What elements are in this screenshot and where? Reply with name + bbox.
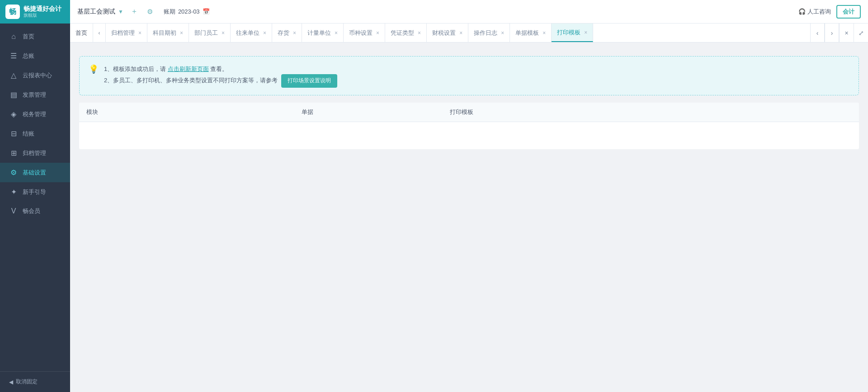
info-line1-end: 查看。 [210,66,228,72]
tab-unit-close[interactable]: × [335,30,338,36]
ledger-icon: ☰ [9,52,18,60]
tab-subject-close[interactable]: × [180,30,183,36]
tab-currency-close[interactable]: × [376,30,379,36]
tab-scroll-left[interactable]: ‹ [810,24,825,43]
info-line2-text: 2、多员工、多打印机、多种业务类型设置不同打印方案等，请参考 [104,77,278,84]
tab-archive-label: 归档管理 [111,29,135,37]
tab-actions: ‹ › × ⤢ [810,24,868,42]
sidebar-item-settings[interactable]: ⚙ 基础设置 [0,163,70,182]
tab-unit[interactable]: 计量单位 × [302,24,344,42]
sidebar-item-archive[interactable]: ⊞ 归档管理 [0,143,70,163]
company-dropdown-icon: ▼ [118,9,123,15]
logo-subtitle: 旗舰版 [24,12,61,19]
info-text-block: 1、模板添加成功后，请 点击刷新新页面 查看。 2、多员工、多打印机、多种业务类… [104,64,337,88]
sidebar-item-home[interactable]: ⌂ 首页 [0,27,70,46]
settings-gear-icon[interactable]: ⚙ [145,6,155,18]
sidebar-item-guide[interactable]: ✦ 新手引导 [0,182,70,202]
content-wrapper: 隐藏预置模板设置 💡 1、模板添加成功后，请 点击刷新新页面 查看。 2、多员工… [79,52,859,149]
period-label: 账期 [164,8,175,16]
tab-currency-label: 币种设置 [349,29,373,37]
settings-icon: ⚙ [9,168,18,177]
sidebar-item-reports[interactable]: △ 云报表中心 [0,66,70,85]
sidebar-item-member-label: 畅会员 [23,207,40,215]
tab-voucher-label: 凭证类型 [391,29,414,37]
tab-supplier-close[interactable]: × [263,30,266,36]
sidebar-item-settlement-label: 结账 [23,130,34,138]
print-scene-button[interactable]: 打印场景设置说明 [281,74,337,88]
unpin-label: 取消固定 [16,378,38,386]
tab-home[interactable]: 首页 [70,24,93,42]
archive-icon: ⊞ [9,149,18,157]
sidebar-item-settings-label: 基础设置 [23,169,46,177]
tab-close-all[interactable]: × [839,24,854,43]
tab-archive[interactable]: 归档管理 × [106,24,147,42]
sidebar-item-member[interactable]: V 畅会员 [0,202,70,221]
member-icon: V [9,207,18,215]
settlement-icon: ⊟ [9,129,18,138]
tab-currency[interactable]: 币种设置 × [344,24,385,42]
tab-archive-close[interactable]: × [138,30,142,36]
tab-subject-label: 科目期初 [153,29,176,37]
table-header-print-template: 打印模板 [443,103,859,122]
info-box-content: 💡 1、模板添加成功后，请 点击刷新新页面 查看。 2、多员工、多打印机、多种业… [89,64,849,88]
info-box: 💡 1、模板添加成功后，请 点击刷新新页面 查看。 2、多员工、多打印机、多种业… [79,56,859,95]
tab-dept[interactable]: 部门员工 × [189,24,231,42]
period-value: 2023-03 [178,8,200,15]
sidebar-item-ledger-label: 总账 [23,52,34,60]
tab-voucher-close[interactable]: × [418,30,421,36]
info-line1-text: 1、模板添加成功后，请 [104,66,166,72]
tab-expand[interactable]: ⤢ [854,24,868,43]
tab-oplog-label: 操作日志 [474,29,497,37]
tab-scroll-right[interactable]: › [825,24,839,43]
info-refresh-link[interactable]: 点击刷新新页面 [168,66,209,72]
tax-icon: ◈ [9,110,18,118]
tab-supplier[interactable]: 往来单位 × [231,24,272,42]
tab-taxset-close[interactable]: × [459,30,462,36]
sidebar-unpin-button[interactable]: ◀ 取消固定 [0,371,70,392]
topbar-right: 🎧 人工咨询 会计 [798,5,861,19]
tab-taxset[interactable]: 财税设置 × [427,24,468,42]
topbar: 基层工会测试 ▼ ＋ ⚙ 账期 2023-03 📅 🎧 人工咨询 会计 [70,0,868,24]
home-icon: ⌂ [9,33,18,41]
sidebar-item-ledger[interactable]: ☰ 总账 [0,46,70,66]
info-bulb-icon: 💡 [89,64,99,74]
tab-single[interactable]: 单据模板 × [510,24,552,42]
tab-stock-label: 存货 [278,29,289,37]
tab-oplog-close[interactable]: × [501,30,504,36]
sidebar-item-tax[interactable]: ◈ 税务管理 [0,104,70,124]
sidebar-item-invoice-label: 发票管理 [23,91,46,99]
calendar-icon[interactable]: 📅 [203,8,210,15]
tab-print[interactable]: 打印模板 × [552,24,593,42]
tabbar: 首页 ‹ 归档管理 × 科目期初 × 部门员工 × 往来单位 × 存货 × 计量… [70,24,868,43]
add-company-button[interactable]: ＋ [129,5,140,18]
table-body-empty [79,122,859,149]
tab-taxset-label: 财税设置 [432,29,456,37]
sidebar-item-reports-label: 云报表中心 [23,71,52,80]
tab-single-close[interactable]: × [542,30,546,36]
logo-icon: 畅 [5,5,20,19]
sidebar-item-guide-label: 新手引导 [23,188,46,196]
kuaiji-button[interactable]: 会计 [836,5,861,19]
sidebar-item-archive-label: 归档管理 [23,149,46,157]
tab-dept-label: 部门员工 [194,29,218,37]
tab-dept-close[interactable]: × [222,30,225,36]
sidebar-logo: 畅 畅捷通好会计 旗舰版 [0,0,70,24]
table-header-single: 单据 [294,103,443,122]
tab-stock-close[interactable]: × [293,30,296,36]
tab-oplog[interactable]: 操作日志 × [468,24,510,42]
tab-subject[interactable]: 科目期初 × [147,24,189,42]
logo-text-block: 畅捷通好会计 旗舰版 [24,5,61,19]
company-name: 基层工会测试 [77,8,115,16]
company-selector[interactable]: 基层工会测试 ▼ [77,8,123,16]
tab-nav-left[interactable]: ‹ [93,24,106,42]
sidebar-item-settlement[interactable]: ⊟ 结账 [0,124,70,143]
guide-icon: ✦ [9,188,18,196]
tab-stock[interactable]: 存货 × [272,24,302,42]
info-line1: 1、模板添加成功后，请 点击刷新新页面 查看。 [104,64,337,74]
support-button[interactable]: 🎧 人工咨询 [798,8,831,16]
sidebar-item-invoice[interactable]: ▤ 发票管理 [0,85,70,104]
tab-supplier-label: 往来单位 [236,29,259,37]
support-label: 人工咨询 [807,8,831,16]
tab-print-close[interactable]: × [584,29,587,36]
tab-voucher[interactable]: 凭证类型 × [385,24,427,42]
